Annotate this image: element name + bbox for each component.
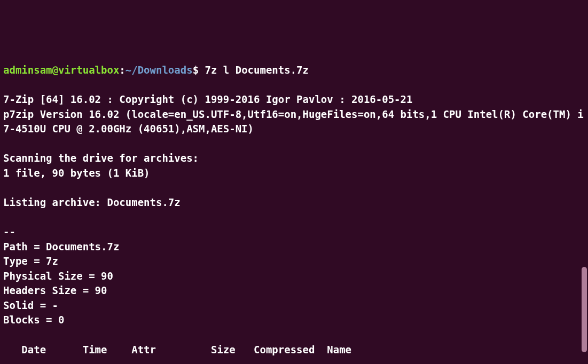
output-path: Path = Documents.7z — [3, 241, 119, 252]
prompt-dollar: $ — [193, 64, 205, 76]
output-solid: Solid = - — [3, 299, 58, 311]
prompt-colon: : — [119, 64, 125, 76]
table-separator: ------------------- ----- ------------ -… — [3, 358, 474, 364]
output-scanning: Scanning the drive for archives: — [3, 152, 199, 164]
table-header: Date Time Attr Size Compressed Name — [3, 344, 351, 355]
command-text: 7z l Documents.7z — [205, 64, 309, 76]
prompt-user: adminsam@virtualbox — [3, 64, 119, 76]
output-fileinfo: 1 file, 90 bytes (1 KiB) — [3, 167, 150, 179]
prompt-path: ~/Downloads — [126, 64, 193, 76]
output-type: Type = 7z — [3, 255, 58, 267]
terminal-window[interactable]: adminsam@virtualbox:~/Downloads$ 7z l Do… — [3, 63, 585, 364]
output-copyright: 7-Zip [64] 16.02 : Copyright (c) 1999-20… — [3, 93, 412, 105]
output-blocks: Blocks = 0 — [3, 314, 64, 326]
output-version: p7zip Version 16.02 (locale=en_US.UTF-8,… — [3, 108, 584, 135]
prompt-line-1: adminsam@virtualbox:~/Downloads$ 7z l Do… — [3, 64, 309, 76]
output-headers-size: Headers Size = 90 — [3, 284, 107, 296]
output-physical-size: Physical Size = 90 — [3, 270, 113, 282]
scrollbar-thumb[interactable] — [582, 267, 587, 352]
output-listing: Listing archive: Documents.7z — [3, 196, 181, 208]
output-dashes: -- — [3, 226, 15, 238]
